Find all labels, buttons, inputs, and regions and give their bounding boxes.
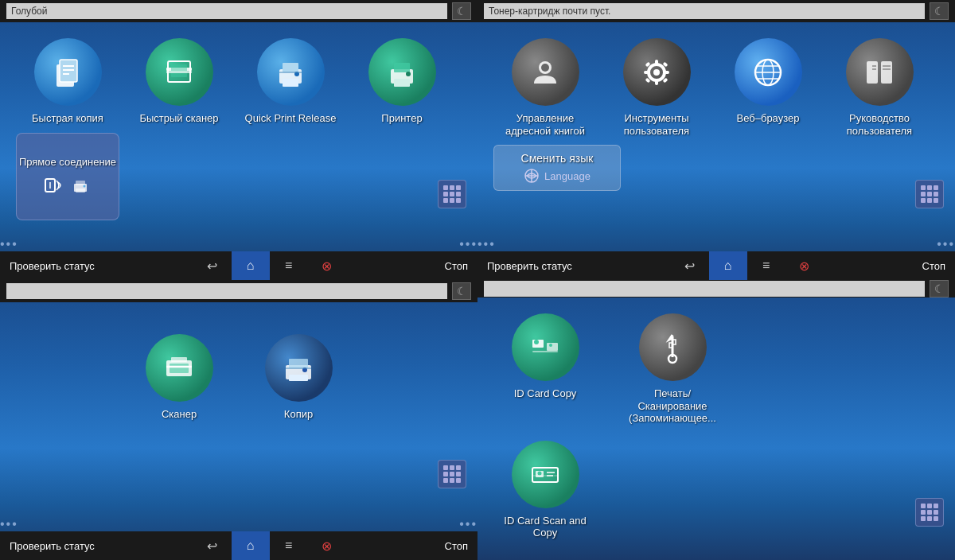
grid-button-bl[interactable]	[438, 460, 466, 488]
svg-rect-28	[655, 80, 658, 85]
topbar-input-tl[interactable]	[6, 3, 447, 19]
direct-connect-button[interactable]: Прямое соединение	[16, 133, 119, 220]
svg-rect-60	[547, 343, 558, 351]
br-row2: ID Card Scan and Copy	[493, 441, 597, 539]
printer-label: Принтер	[381, 112, 422, 125]
svg-rect-27	[655, 60, 658, 64]
status-nav-bl: ↩ ⌂ ≡ ⊗	[104, 531, 435, 560]
stop-button-tr[interactable]: Стоп	[913, 260, 955, 272]
copier-icon	[265, 334, 333, 402]
app-id-card-scan-copy[interactable]: ID Card Scan and Copy	[493, 441, 597, 539]
dots-right-tl: •••	[459, 237, 477, 251]
app-printer[interactable]: Принтер	[350, 38, 454, 125]
menu-button-tl[interactable]: ≡	[270, 251, 308, 280]
panel-content-tl: Быстрая копия Быстрый сканер	[0, 22, 477, 237]
dots-left-tl: •••	[0, 237, 18, 251]
svg-point-22	[84, 185, 86, 188]
stop-button-tl[interactable]: Стоп	[435, 260, 477, 272]
lang-switch-button[interactable]: Сменить язык Language	[493, 145, 621, 191]
svg-rect-16	[394, 79, 410, 87]
quick-copy-label: Быстрая копия	[32, 112, 103, 125]
app-user-tools[interactable]: Инструменты пользователя	[605, 38, 708, 137]
grid-dots-tr	[921, 185, 938, 203]
top-bar-tl: ☾	[0, 0, 477, 22]
scanner-label: Сканер	[162, 408, 197, 421]
user-tools-svg	[637, 53, 676, 91]
moon-button-tl[interactable]: ☾	[452, 2, 471, 20]
status-check-bl[interactable]: Проверить статус	[0, 540, 104, 552]
panel-content-bl: Сканер Копир	[0, 302, 477, 517]
nfc-icon	[44, 174, 66, 196]
app-id-card-copy[interactable]: ID Card Copy	[493, 313, 597, 400]
topbar-input-tr[interactable]	[484, 3, 925, 19]
status-check-tl[interactable]: Проверить статус	[0, 260, 104, 272]
web-browser-svg	[749, 53, 787, 91]
app-copier[interactable]: Копир	[247, 334, 350, 421]
status-nav-tl: ↩ ⌂ ≡ ⊗	[104, 251, 435, 280]
panel-content-tr: Управление адресной книгой Инструмент	[477, 22, 955, 237]
home-button-tr[interactable]: ⌂	[709, 251, 747, 280]
quick-print-icon	[257, 38, 325, 106]
grid-button-br[interactable]	[915, 498, 944, 527]
direct-connect-label: Прямое соединение	[19, 156, 116, 169]
quick-print-svg	[271, 53, 310, 91]
panel-bottom-right: ☾ ID Card Copy	[477, 280, 955, 560]
svg-point-26	[653, 69, 660, 76]
svg-point-17	[406, 72, 411, 76]
home-button-bl[interactable]: ⌂	[232, 531, 270, 560]
address-book-label: Управление адресной книгой	[493, 112, 597, 137]
stop-icon-tl[interactable]: ⊗	[308, 251, 346, 280]
status-check-tr[interactable]: Проверить статус	[477, 260, 582, 272]
stop-icon-bl[interactable]: ⊗	[308, 531, 346, 560]
moon-button-br[interactable]: ☾	[930, 280, 949, 298]
dots-right-tr: •••	[937, 237, 955, 251]
panel-bottom-left: ☾ Сканер	[0, 280, 477, 560]
svg-rect-52	[171, 357, 187, 362]
app-quick-copy[interactable]: Быстрая копия	[16, 38, 119, 125]
app-quick-scanner[interactable]: Быстрый сканер	[127, 38, 231, 125]
user-tools-icon	[623, 38, 691, 106]
svg-rect-62	[532, 351, 558, 352]
app-scanner[interactable]: Сканер	[127, 334, 231, 421]
app-user-manual[interactable]: Руководство пользователя	[828, 38, 931, 137]
user-manual-label: Руководство пользователя	[828, 112, 931, 137]
status-bar-tl: Проверить статус ↩ ⌂ ≡ ⊗ Стоп	[0, 251, 477, 280]
bottom-dots-bl: ••• •••	[0, 517, 477, 531]
topbar-input-br[interactable]	[484, 281, 925, 297]
grid-button-tr[interactable]	[915, 180, 944, 208]
app-address-book[interactable]: Управление адресной книгой	[493, 38, 597, 137]
grid-button-tl[interactable]	[438, 180, 466, 208]
user-manual-icon	[846, 38, 914, 106]
status-bar-tr: Проверить статус ↩ ⌂ ≡ ⊗ Стоп	[477, 251, 955, 280]
dots-left-br: •	[477, 555, 484, 560]
dots-right-bl: •••	[459, 517, 477, 531]
moon-button-tr[interactable]: ☾	[930, 2, 949, 20]
quick-scanner-svg	[160, 53, 198, 91]
stop-button-bl[interactable]: Стоп	[435, 540, 477, 552]
back-button-bl[interactable]: ↩	[193, 531, 232, 560]
printer-svg	[383, 53, 421, 91]
back-button-tr[interactable]: ↩	[671, 251, 709, 280]
stop-icon-tr[interactable]: ⊗	[785, 251, 824, 280]
app-web-browser[interactable]: Веб–браузер	[716, 38, 820, 137]
menu-button-bl[interactable]: ≡	[270, 531, 308, 560]
print-scan-mem-label: Печать/Сканирование (Запоминающее...	[621, 387, 724, 425]
panel-top-right: ☾ Управление адресной книгой	[477, 0, 955, 280]
topbar-input-bl[interactable]	[6, 283, 447, 299]
grid-dots-bl	[443, 465, 461, 483]
home-button-tl[interactable]: ⌂	[232, 251, 270, 280]
svg-rect-21	[76, 189, 85, 192]
id-card-copy-label: ID Card Copy	[514, 387, 577, 400]
user-manual-svg	[860, 53, 898, 91]
app-print-scan-mem[interactable]: Печать/Сканирование (Запоминающее...	[621, 313, 724, 425]
grid-dots-tl	[443, 185, 461, 203]
svg-point-66	[538, 472, 542, 476]
menu-button-tr[interactable]: ≡	[747, 251, 785, 280]
app-quick-print[interactable]: Quick Print Release	[239, 38, 342, 125]
moon-button-bl[interactable]: ☾	[452, 282, 471, 300]
bottom-dots-tr: ••• •••	[477, 237, 955, 251]
grid-dots-br	[921, 504, 938, 521]
quick-print-label: Quick Print Release	[245, 112, 337, 125]
lang-switch-sub: Language	[524, 168, 591, 184]
back-button-tl[interactable]: ↩	[193, 251, 232, 280]
